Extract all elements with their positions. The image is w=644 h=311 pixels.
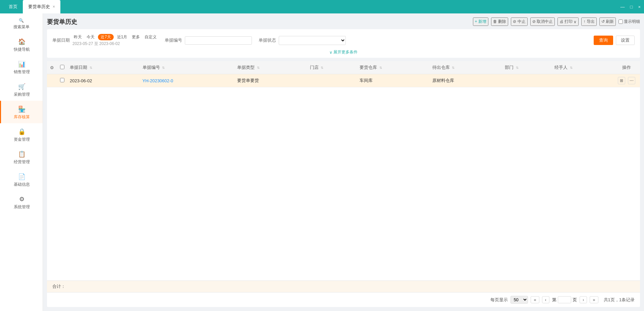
sidebar-item-operations-label: 经营管理 bbox=[14, 159, 30, 165]
shortcut-yesterday[interactable]: 昨天 bbox=[72, 34, 83, 40]
sort-doc-date-icon: ⇅ bbox=[90, 66, 92, 70]
expand-more-icon: ∨ bbox=[329, 50, 332, 55]
top-bar: 首页 要货单历史 × — □ × bbox=[0, 0, 644, 13]
inventory-icon: 🏪 bbox=[18, 105, 25, 113]
sidebar-item-basic-info-label: 基础信息 bbox=[14, 182, 30, 187]
expand-more-button[interactable]: ∨ 展开更多条件 bbox=[52, 49, 635, 55]
sidebar-item-sales-label: 销售管理 bbox=[14, 69, 30, 75]
cell-doc-no[interactable]: YH-20230602-0 bbox=[140, 74, 235, 87]
op-view-icon[interactable]: ⊞ bbox=[618, 77, 625, 84]
page-input[interactable]: 1 bbox=[558, 296, 571, 303]
display-detail-toggle[interactable]: 显示明细 bbox=[619, 19, 640, 25]
next-page-button[interactable]: › bbox=[580, 296, 587, 303]
tab-home-label: 首页 bbox=[9, 4, 17, 10]
refresh-button[interactable]: ↺ 刷新 bbox=[599, 17, 616, 26]
stop-button[interactable]: ⊘ 中止 bbox=[511, 17, 527, 26]
window-maximize[interactable]: □ bbox=[630, 4, 633, 9]
export-button[interactable]: ↑ 导出 bbox=[581, 17, 596, 26]
sidebar-item-operations[interactable]: 📋 经营管理 bbox=[0, 146, 43, 168]
add-button[interactable]: + 新增 bbox=[473, 17, 488, 26]
col-handler-label: 经手人 bbox=[554, 65, 568, 70]
date-shortcuts: 昨天 今天 近7天 近1月 更多 自定义 bbox=[72, 34, 158, 40]
doc-no-filter-group: 单据编号 bbox=[165, 36, 252, 45]
tab-doc-history[interactable]: 要货单历史 × bbox=[23, 0, 60, 13]
col-checkbox bbox=[57, 61, 67, 74]
display-detail-checkbox[interactable] bbox=[619, 19, 623, 24]
finance-icon: 🔒 bbox=[18, 128, 25, 135]
print-button[interactable]: 🖨 打印 ∨ bbox=[557, 17, 579, 26]
doc-no-link[interactable]: YH-20230602-0 bbox=[143, 78, 173, 83]
sidebar-item-system[interactable]: ⚙ 系统管理 bbox=[0, 191, 43, 213]
cell-pending-warehouse: 原材料仓库 bbox=[430, 74, 502, 87]
query-button[interactable]: 查询 bbox=[594, 36, 613, 45]
col-store[interactable]: 门店 ⇅ bbox=[307, 61, 357, 74]
shortcut-more[interactable]: 更多 bbox=[130, 34, 141, 40]
col-department-label: 部门 bbox=[505, 65, 514, 70]
date-range-display: 2023-05-27 至 2023-06-02 bbox=[72, 41, 158, 47]
select-all-checkbox[interactable] bbox=[60, 65, 64, 69]
col-doc-no[interactable]: 单据编号 ⇅ bbox=[140, 61, 235, 74]
sidebar-item-sales[interactable]: 📊 销售管理 bbox=[0, 56, 43, 78]
sidebar-item-purchase[interactable]: 🛒 采购管理 bbox=[0, 78, 43, 101]
sidebar-item-basic-info[interactable]: 📄 基础信息 bbox=[0, 168, 43, 191]
cell-department bbox=[502, 74, 552, 87]
shortcut-today[interactable]: 今天 bbox=[85, 34, 96, 40]
col-handler[interactable]: 经手人 ⇅ bbox=[552, 61, 613, 74]
cancel-stop-button[interactable]: ⊘ 取消中止 bbox=[530, 17, 555, 26]
tab-doc-history-label: 要货单历史 bbox=[28, 4, 50, 10]
sort-doc-no-icon: ⇅ bbox=[162, 66, 165, 70]
settings-button[interactable]: 设置 bbox=[616, 36, 635, 45]
last-page-button[interactable]: » bbox=[590, 296, 598, 303]
col-doc-date[interactable]: 单据日期 ⇅ bbox=[67, 61, 140, 74]
op-more-icon[interactable]: ⋯ bbox=[628, 77, 635, 84]
delete-button[interactable]: 🗑 删除 bbox=[491, 17, 508, 26]
page-title: 要货单历史 bbox=[47, 18, 77, 26]
window-minimize[interactable]: — bbox=[621, 4, 625, 9]
col-settings[interactable]: ⚙ bbox=[47, 61, 57, 74]
prev-page-button[interactable]: ‹ bbox=[542, 296, 549, 303]
tab-close-icon[interactable]: × bbox=[53, 4, 55, 9]
sidebar-item-finance-label: 资金管理 bbox=[14, 137, 30, 142]
pagination: 每页显示 10 20 50 100 « ‹ 第 1 页 › » 共1页，1条记录 bbox=[47, 292, 640, 307]
doc-no-input[interactable] bbox=[185, 36, 252, 45]
shortcut-7days[interactable]: 近7天 bbox=[98, 34, 114, 40]
table-wrapper[interactable]: ⚙ 单据日期 ⇅ 单据编号 ⇅ bbox=[47, 61, 640, 280]
sidebar-item-inventory[interactable]: 🏪 库存核算 bbox=[0, 101, 43, 123]
sidebar-search[interactable]: 🔍 搜索菜单 bbox=[0, 13, 43, 33]
row-checkbox[interactable] bbox=[60, 78, 64, 82]
col-doc-no-label: 单据编号 bbox=[143, 65, 160, 70]
first-page-button[interactable]: « bbox=[531, 296, 539, 303]
shortcut-custom[interactable]: 自定义 bbox=[143, 34, 158, 40]
cell-settings bbox=[47, 74, 57, 87]
per-page-select[interactable]: 10 20 50 100 bbox=[511, 296, 528, 304]
sort-pending-warehouse-icon: ⇅ bbox=[452, 66, 454, 70]
cell-store bbox=[307, 74, 357, 87]
col-store-label: 门店 bbox=[310, 65, 319, 70]
col-req-warehouse-label: 要货仓库 bbox=[360, 65, 377, 70]
sidebar-search-label: 搜索菜单 bbox=[13, 24, 30, 30]
col-department[interactable]: 部门 ⇅ bbox=[502, 61, 552, 74]
sidebar-item-quick-nav-label: 快捷导航 bbox=[14, 47, 30, 52]
print-label: 🖨 打印 bbox=[559, 19, 573, 25]
col-doc-type[interactable]: 单据类型 ⇅ bbox=[234, 61, 307, 74]
tab-home[interactable]: 首页 bbox=[3, 0, 23, 13]
sort-handler-icon: ⇅ bbox=[570, 66, 573, 70]
window-close[interactable]: × bbox=[638, 4, 641, 9]
col-doc-type-label: 单据类型 bbox=[237, 65, 255, 70]
header-actions: + 新增 🗑 删除 ⊘ 中止 ⊘ 取消中止 🖨 打印 ∨ ↑ 导出 ↺ 刷新 显… bbox=[473, 17, 640, 26]
page-header: 要货单历史 + 新增 🗑 删除 ⊘ 中止 ⊘ 取消中止 🖨 打印 ∨ ↑ 导出 … bbox=[47, 17, 640, 26]
sort-store-icon: ⇅ bbox=[321, 66, 323, 70]
sidebar-item-quick-nav[interactable]: 🏠 快捷导航 bbox=[0, 33, 43, 56]
sidebar-item-inventory-label: 库存核算 bbox=[14, 114, 30, 120]
shortcut-1month[interactable]: 近1月 bbox=[116, 34, 129, 40]
col-pending-warehouse[interactable]: 待出仓库 ⇅ bbox=[430, 61, 502, 74]
sidebar-item-purchase-label: 采购管理 bbox=[14, 92, 30, 97]
main-layout: 🔍 搜索菜单 🏠 快捷导航 📊 销售管理 🛒 采购管理 🏪 库存核算 🔒 资金管… bbox=[0, 13, 644, 311]
status-select[interactable] bbox=[279, 36, 346, 45]
date-shortcuts-group: 昨天 今天 近7天 近1月 更多 自定义 2023-05-27 至 2023-0… bbox=[72, 34, 158, 47]
print-arrow-icon: ∨ bbox=[574, 19, 577, 24]
col-req-warehouse[interactable]: 要货仓库 ⇅ bbox=[357, 61, 430, 74]
sidebar-item-finance[interactable]: 🔒 资金管理 bbox=[0, 123, 43, 146]
col-pending-warehouse-label: 待出仓库 bbox=[432, 65, 450, 70]
sidebar-item-system-label: 系统管理 bbox=[14, 204, 30, 210]
